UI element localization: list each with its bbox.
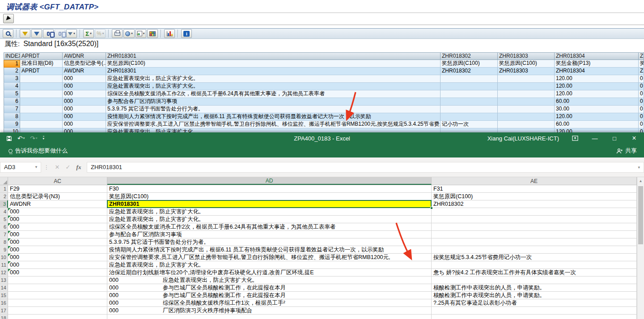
cell-ad15[interactable]: 000参与巴城厂区全员核酸检测工作，在此提报在本月: [107, 292, 432, 299]
cell-ad14[interactable]: 000参与巴城厂区全员核酸检测工作，在此提报在本月: [107, 284, 432, 292]
graphic-button[interactable]: [164, 29, 175, 38]
row-header-16[interactable]: 16: [0, 299, 8, 307]
cell-ad17[interactable]: 000厂区消防演习灭火秩序维持事项配合: [107, 307, 432, 315]
cell-ad11[interactable]: 应急处置表现突出，防止灾害扩大化。: [107, 261, 432, 269]
cell[interactable]: AWDNR: [63, 68, 106, 75]
cell-ad18[interactable]: [107, 315, 432, 319]
print-button[interactable]: [112, 29, 123, 38]
cell[interactable]: 60.00: [555, 98, 639, 106]
cell[interactable]: 60.00: [555, 121, 639, 128]
cell[interactable]: 应安保管控调整要求,员工进入厂区禁止携带智能手机,警卫自行拆除闸机、移位监控、搬…: [106, 121, 441, 128]
cell-ae6[interactable]: [432, 223, 637, 231]
cell[interactable]: ZHR018302: [441, 68, 498, 75]
cell[interactable]: 000: [63, 98, 106, 106]
subtotal-button[interactable]: %▾: [95, 29, 106, 38]
share-button[interactable]: 共享: [616, 147, 637, 155]
cell-ac12[interactable]: 000: [8, 269, 107, 276]
row-header-13[interactable]: 13: [0, 276, 8, 284]
cell[interactable]: [498, 121, 555, 128]
cell-ae15[interactable]: 核酸检测工作中表现突出的人员，申请奖励。: [432, 292, 637, 299]
cell[interactable]: 3: [4, 75, 20, 83]
sort-ascending-button[interactable]: [20, 29, 30, 38]
cell[interactable]: 0: [639, 83, 644, 90]
cell-ac18[interactable]: [8, 315, 107, 319]
cell[interactable]: 120.00: [555, 83, 639, 90]
table-row[interactable]: 1批准日期(D8)信息类型记录号(..奖惩原因(C100)奖惩原因(C100)奖…: [4, 60, 644, 68]
cell[interactable]: [20, 113, 63, 121]
cell[interactable]: [498, 113, 555, 121]
cell[interactable]: [441, 90, 498, 98]
cell[interactable]: [20, 75, 63, 83]
cell[interactable]: 8: [4, 113, 20, 121]
column-header-ad[interactable]: AD: [107, 177, 432, 185]
cell[interactable]: 000: [63, 121, 106, 128]
cell[interactable]: [441, 75, 498, 83]
row-header-6[interactable]: 6: [0, 223, 8, 231]
cell[interactable]: [441, 83, 498, 90]
cell-ad13[interactable]: 000应急处置表现突出，防止灾害扩大化。: [107, 276, 432, 284]
cell[interactable]: 9: [4, 121, 20, 128]
cell[interactable]: [498, 90, 555, 98]
cell[interactable]: 30.00: [555, 106, 639, 113]
find-button[interactable]: [43, 29, 54, 38]
cell-ad10[interactable]: 应安保管控调整要求,员工进入厂区禁止携带智能手机,警卫自行拆除闸机、移位监控、搬…: [107, 254, 432, 261]
cell-ae3[interactable]: ZHR018302: [432, 200, 637, 208]
cell[interactable]: [498, 106, 555, 113]
cell[interactable]: Z: [639, 68, 644, 75]
cell-ac2[interactable]: 信息类型记录号(N3): [8, 193, 107, 200]
cell-ae4[interactable]: [432, 208, 637, 216]
column-header-zhr018302[interactable]: ZHR018302: [441, 52, 498, 60]
table-row[interactable]: 6000参与配合各厂区消防演习事项60.000: [4, 98, 644, 106]
cell[interactable]: 120.00: [555, 75, 639, 83]
cell[interactable]: 奖惩原因(C100): [441, 60, 498, 68]
cell-ad7[interactable]: 参与配合各厂区消防演习事项: [107, 231, 432, 238]
column-header-aprdt[interactable]: APRDT: [20, 52, 63, 60]
row-header-18[interactable]: 18: [0, 315, 8, 319]
column-header-zhr018304[interactable]: ZHR018304: [555, 52, 639, 60]
cell-ad5[interactable]: 应急处置表现突出，防止灾害扩大化。: [107, 216, 432, 223]
cell-ac4[interactable]: 000: [8, 208, 107, 216]
cell-ac14[interactable]: [8, 284, 107, 292]
row-header-8[interactable]: 8: [0, 238, 8, 246]
close-button[interactable]: ×: [624, 132, 644, 144]
column-header-zhr018303[interactable]: ZHR018303: [498, 52, 555, 60]
cell-ae7[interactable]: [432, 231, 637, 238]
cell[interactable]: 000: [63, 75, 106, 83]
row-header-2[interactable]: 2: [0, 193, 8, 200]
cell[interactable]: [441, 106, 498, 113]
cell[interactable]: 0: [639, 98, 644, 106]
cell-ac15[interactable]: [8, 292, 107, 299]
column-header-awdnr[interactable]: AWDNR: [63, 52, 106, 60]
formula-bar-input[interactable]: ZHR018301 ▾: [87, 162, 644, 173]
table-row[interactable]: 4000应急处置表现突出，防止灾害扩大化。120.000: [4, 83, 644, 90]
vertical-scrollbar[interactable]: ▲: [637, 177, 644, 319]
column-header-ac[interactable]: AC: [8, 177, 107, 185]
cell-ac6[interactable]: 000: [8, 223, 107, 231]
cell[interactable]: APRDT: [20, 68, 63, 75]
cell[interactable]: [20, 98, 63, 106]
cell-ad8[interactable]: 5.3.9.75 其它适于书面警告处分行为者。: [107, 238, 432, 246]
cell[interactable]: 000: [63, 83, 106, 90]
row-header-4[interactable]: 4: [0, 208, 8, 216]
choose-detail-button[interactable]: [3, 29, 13, 38]
cell-ac17[interactable]: [8, 307, 107, 315]
cell[interactable]: ZHR018303: [498, 68, 555, 75]
cell[interactable]: 0: [639, 90, 644, 98]
cell[interactable]: 记小功一次: [441, 121, 498, 128]
cell[interactable]: 0: [639, 121, 644, 128]
cell[interactable]: 000: [63, 113, 106, 121]
cell-ae11[interactable]: [432, 261, 637, 269]
row-header-15[interactable]: 15: [0, 292, 8, 299]
cell[interactable]: 0: [639, 106, 644, 113]
cell[interactable]: 1: [4, 60, 20, 68]
cell[interactable]: [20, 90, 63, 98]
cell[interactable]: [441, 98, 498, 106]
cell[interactable]: ZHR018301: [106, 68, 441, 75]
column-header-zhr018301[interactable]: ZHR018301: [106, 52, 441, 60]
views-button[interactable]: ▾: [123, 29, 135, 38]
cell-ae2[interactable]: 奖惩原因(C100): [432, 193, 637, 200]
customize-quick-access-button[interactable]: ▾: [41, 133, 47, 143]
cell[interactable]: 0: [639, 75, 644, 83]
cell-ac11[interactable]: 000: [8, 261, 107, 269]
cell-ae5[interactable]: [432, 216, 637, 223]
